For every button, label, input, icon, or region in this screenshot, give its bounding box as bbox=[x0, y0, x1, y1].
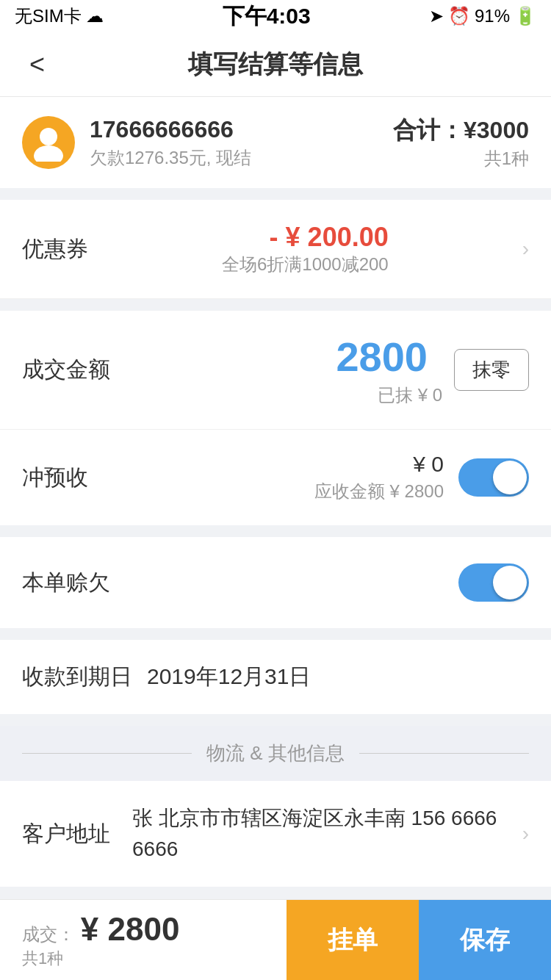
round-button[interactable]: 抹零 bbox=[454, 349, 529, 391]
divider-text: 物流 & 其他信息 bbox=[206, 741, 345, 766]
divider-line-left bbox=[22, 753, 192, 754]
nav-bar: < 填写结算等信息 bbox=[0, 32, 551, 97]
credit-label: 本单赊欠 bbox=[22, 568, 110, 598]
customer-sub: 欠款1276.35元, 现结 bbox=[90, 146, 251, 170]
hang-button[interactable]: 挂单 bbox=[287, 900, 419, 981]
address-value: 张 北京市市辖区海淀区永丰南 156 6666 6666 bbox=[132, 803, 522, 865]
due-date-value: 2019年12月31日 bbox=[147, 662, 311, 692]
status-left: 无SIM卡 ☁ bbox=[15, 4, 104, 28]
avatar bbox=[22, 116, 75, 169]
bottom-count: 共1种 bbox=[22, 948, 264, 970]
coupon-section: 优惠券 - ¥ 200.00 全场6折满1000减200 › bbox=[0, 200, 551, 299]
toggle-knob bbox=[493, 461, 527, 494]
transaction-sub: 已抹 ¥ 0 bbox=[336, 383, 442, 407]
coupon-row[interactable]: 优惠券 - ¥ 200.00 全场6折满1000减200 › bbox=[0, 200, 551, 299]
prepay-sub: 应收金额 ¥ 2800 bbox=[314, 480, 444, 503]
total-count: 共1种 bbox=[393, 147, 529, 170]
prepay-toggle[interactable] bbox=[458, 458, 529, 497]
chevron-right-icon: › bbox=[522, 237, 529, 261]
signal-text: 无SIM卡 ☁ bbox=[15, 4, 104, 28]
content-area: 17666666666 欠款1276.35元, 现结 合计：¥3000 共1种 … bbox=[0, 97, 551, 975]
battery-icon: 🔋 bbox=[514, 6, 536, 26]
coupon-sub: 全场6折满1000减200 bbox=[222, 253, 389, 276]
location-icon: ➤ bbox=[429, 6, 444, 26]
back-button[interactable]: < bbox=[22, 42, 52, 87]
bottom-bar: 成交： ¥ 2800 共1种 挂单 保存 bbox=[0, 899, 551, 980]
coupon-label: 优惠券 bbox=[22, 234, 88, 264]
total-amount: 合计：¥3000 bbox=[393, 115, 529, 147]
prepay-row: 冲预收 ¥ 0 应收金额 ¥ 2800 bbox=[0, 430, 551, 525]
coupon-value: - ¥ 200.00 bbox=[222, 222, 389, 253]
transaction-section: 成交金额 2800 已抹 ¥ 0 抹零 冲预收 ¥ 0 应收金额 ¥ 2800 bbox=[0, 311, 551, 525]
svg-point-1 bbox=[34, 145, 63, 162]
divider-line-right bbox=[359, 753, 529, 754]
address-chevron-icon: › bbox=[522, 822, 529, 846]
save-button[interactable]: 保存 bbox=[419, 900, 551, 981]
credit-toggle[interactable] bbox=[458, 563, 529, 602]
due-date-row: 收款到期日 2019年12月31日 bbox=[0, 640, 551, 714]
bottom-trans-label: 成交： bbox=[22, 924, 75, 944]
transaction-amount: 2800 bbox=[336, 333, 428, 381]
prepay-value: ¥ 0 bbox=[314, 452, 444, 477]
status-right: ➤ ⏰ 91% 🔋 bbox=[429, 6, 536, 26]
customer-info-row: 17666666666 欠款1276.35元, 现结 合计：¥3000 共1种 bbox=[0, 97, 551, 188]
status-bar: 无SIM卡 ☁ 下午4:03 ➤ ⏰ 91% 🔋 bbox=[0, 0, 551, 32]
battery-text: 91% bbox=[475, 6, 510, 26]
transaction-label: 成交金额 bbox=[22, 355, 110, 385]
logistics-divider: 物流 & 其他信息 bbox=[0, 726, 551, 781]
address-row[interactable]: 客户地址 张 北京市市辖区海淀区永丰南 156 6666 6666 › bbox=[0, 781, 551, 887]
due-date-label: 收款到期日 bbox=[22, 662, 132, 692]
address-label: 客户地址 bbox=[22, 819, 110, 849]
credit-section: 本单赊欠 bbox=[0, 537, 551, 628]
page-title: 填写结算等信息 bbox=[188, 48, 363, 82]
credit-toggle-knob bbox=[493, 566, 527, 599]
bottom-info: 成交： ¥ 2800 共1种 bbox=[0, 911, 287, 970]
svg-point-0 bbox=[40, 128, 57, 145]
status-time: 下午4:03 bbox=[223, 1, 311, 32]
transaction-row: 成交金额 2800 已抹 ¥ 0 抹零 bbox=[0, 311, 551, 430]
avatar-icon bbox=[29, 123, 68, 162]
prepay-label: 冲预收 bbox=[22, 463, 88, 493]
customer-phone: 17666666666 bbox=[90, 116, 251, 143]
credit-row: 本单赊欠 bbox=[0, 537, 551, 628]
alarm-icon: ⏰ bbox=[448, 6, 470, 26]
bottom-amount: ¥ 2800 bbox=[81, 911, 180, 947]
